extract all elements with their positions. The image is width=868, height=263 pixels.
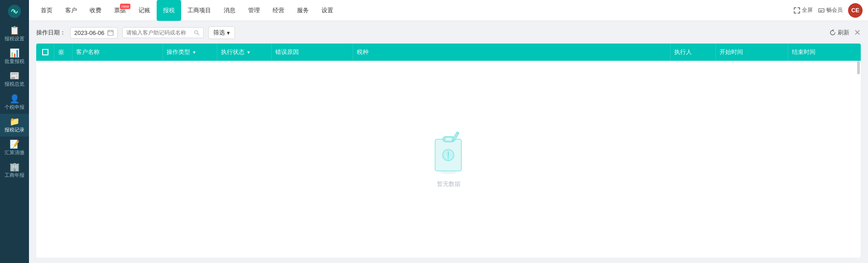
sidebar-item-annual-report[interactable]: 🏢 工商年报 — [0, 159, 29, 182]
svg-point-15 — [440, 170, 456, 174]
fullscreen-label: 全屏 — [802, 6, 813, 14]
nav-item-manage[interactable]: 管理 — [242, 0, 266, 21]
sidebar-item-settlement[interactable]: 📝 汇算清缴 — [0, 136, 29, 159]
th-start-time: 开始时间 — [716, 44, 788, 61]
toolbar: 操作日期： 2023-06-06 筛选 ▾ — [36, 26, 861, 39]
nav-item-customer[interactable]: 客户 — [59, 0, 83, 21]
svg-rect-3 — [108, 30, 113, 35]
topnav-right: 全屏 畅会员 CE — [794, 3, 863, 18]
sidebar-label-tax-settings: 报税设置 — [5, 36, 24, 42]
nav-item-account[interactable]: 记账 — [132, 0, 157, 21]
date-picker[interactable]: 2023-06-06 — [70, 27, 118, 39]
th-checkbox[interactable] — [36, 44, 54, 61]
close-button[interactable]: ✕ — [854, 29, 861, 37]
sort-icon: ▼ — [192, 50, 197, 55]
nav-badge-invoice: new — [120, 4, 130, 10]
sidebar-icon-batch-tax: 📊 — [10, 49, 19, 57]
th-operation-type[interactable]: 操作类型 ▼ — [163, 44, 217, 61]
table-header: 客户名称 操作类型 ▼ 执行状态 ▼ 错误原因 税种 执行人 — [36, 44, 861, 61]
nav-item-billing[interactable]: 收费 — [83, 0, 108, 21]
sidebar-item-batch-tax[interactable]: 📊 批量报税 — [0, 45, 29, 68]
th-settings — [54, 44, 72, 61]
sidebar: 📋 报税设置 📊 批量报税 📰 报税总览 👤 个税申报 📁 报税记录 📝 汇算清… — [0, 0, 29, 263]
th-tax-type: 税种 — [353, 44, 671, 61]
sidebar-item-tax-overview[interactable]: 📰 报税总览 — [0, 68, 29, 91]
nav-item-service[interactable]: 服务 — [291, 0, 315, 21]
refresh-label: 刷新 — [838, 29, 849, 37]
calendar-icon — [107, 29, 114, 36]
page-content: 操作日期： 2023-06-06 筛选 ▾ — [29, 21, 868, 263]
th-customer-name: 客户名称 — [72, 44, 163, 61]
sidebar-label-batch-tax: 批量报税 — [5, 58, 24, 64]
sidebar-label-tax-overview: 报税总览 — [5, 81, 24, 87]
svg-point-11 — [447, 158, 449, 159]
sidebar-icon-settlement: 📝 — [10, 140, 19, 148]
member-label: 畅会员 — [826, 6, 843, 14]
fullscreen-button[interactable]: 全屏 — [794, 6, 813, 14]
nav-item-message[interactable]: 消息 — [217, 0, 242, 21]
empty-state: 暂无数据 — [419, 121, 478, 197]
refresh-icon — [830, 29, 836, 36]
sidebar-item-tax-record[interactable]: 📁 报税记录 — [0, 114, 29, 136]
scroll-indicator[interactable] — [857, 61, 860, 74]
sidebar-icon-tax-overview: 📰 — [10, 72, 19, 80]
svg-point-4 — [195, 31, 198, 34]
toolbar-right: 刷新 ✕ — [830, 29, 861, 37]
date-value: 2023-06-06 — [74, 29, 105, 36]
empty-icon — [428, 130, 469, 175]
sidebar-label-tax-record: 报税记录 — [5, 127, 24, 133]
svg-point-1 — [14, 10, 16, 13]
filter-label: 筛选 — [213, 29, 225, 37]
main-content: 首页客户收费票据new记账报税工商项目消息管理经营服务设置 全屏 畅会员 CE … — [29, 0, 868, 263]
nav-item-invoice[interactable]: 票据new — [108, 0, 132, 21]
refresh-button[interactable]: 刷新 — [830, 29, 849, 37]
sidebar-icon-tax-settings: 📋 — [10, 26, 19, 34]
svg-rect-8 — [446, 138, 452, 141]
sidebar-label-annual-report: 工商年报 — [5, 172, 24, 178]
sort-icon: ▼ — [246, 50, 251, 55]
th-error-reason: 错误原因 — [272, 44, 353, 61]
sidebar-label-settlement: 汇算清缴 — [5, 150, 24, 156]
avatar[interactable]: CE — [848, 3, 863, 18]
data-table: 客户名称 操作类型 ▼ 执行状态 ▼ 错误原因 税种 执行人 — [36, 44, 861, 258]
settings-icon — [58, 49, 64, 55]
table-body: 暂无数据 — [36, 61, 861, 258]
filter-button[interactable]: 筛选 ▾ — [208, 26, 235, 39]
sidebar-item-personal-tax[interactable]: 👤 个税申报 — [0, 91, 29, 114]
top-navigation: 首页客户收费票据new记账报税工商项目消息管理经营服务设置 全屏 畅会员 CE — [29, 0, 868, 21]
nav-item-settings[interactable]: 设置 — [315, 0, 340, 21]
nav-item-tax[interactable]: 报税 — [157, 0, 181, 21]
sidebar-item-tax-settings[interactable]: 📋 报税设置 — [0, 23, 29, 45]
nav-item-business[interactable]: 工商项目 — [181, 0, 217, 21]
th-exec-status[interactable]: 执行状态 ▼ — [217, 44, 272, 61]
app-logo — [0, 0, 29, 23]
sidebar-icon-personal-tax: 👤 — [10, 95, 19, 103]
nav-item-home[interactable]: 首页 — [34, 0, 59, 21]
sidebar-icon-tax-record: 📁 — [10, 117, 19, 126]
th-executor: 执行人 — [671, 44, 716, 61]
chevron-down-icon: ▾ — [227, 29, 230, 36]
search-input[interactable] — [126, 29, 192, 36]
th-end-time: 结束时间 — [788, 44, 861, 61]
search-icon — [194, 29, 199, 36]
empty-text: 暂无数据 — [437, 180, 460, 188]
svg-point-5 — [60, 51, 62, 54]
sidebar-label-personal-tax: 个税申报 — [5, 104, 24, 110]
nav-item-finance[interactable]: 经营 — [266, 0, 291, 21]
select-all-checkbox[interactable] — [42, 49, 48, 55]
date-label: 操作日期： — [36, 29, 66, 37]
sidebar-icon-annual-report: 🏢 — [10, 163, 19, 171]
member-button[interactable]: 畅会员 — [818, 6, 843, 14]
search-box[interactable] — [122, 27, 204, 38]
